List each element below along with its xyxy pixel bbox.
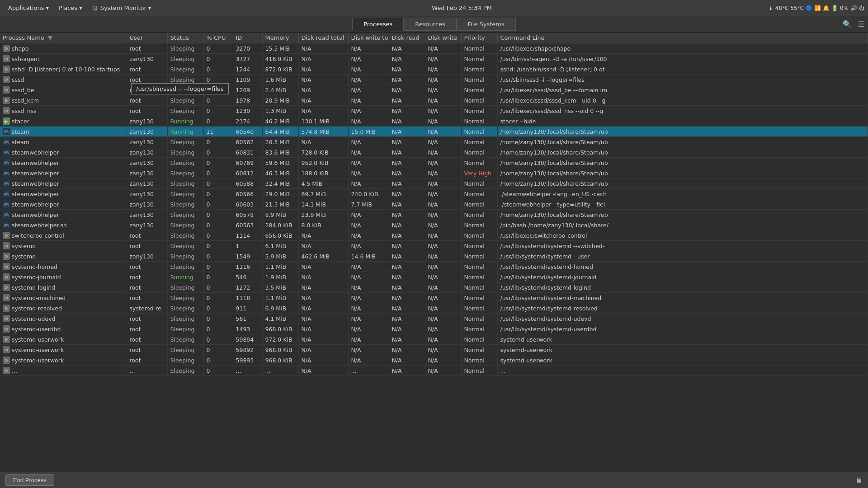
- table-row[interactable]: ⚙ systemd-userwork root Sleeping 0 59892…: [0, 345, 868, 355]
- process-scroll[interactable]: Process Name ▼ User Status % CPU ID Memo…: [0, 33, 868, 455]
- table-row[interactable]: ⚙ switcheroo-control root Sleeping 0 111…: [0, 230, 868, 241]
- tab-filesystems[interactable]: File Systems: [457, 18, 516, 31]
- table-row[interactable]: 🎮 steamwebhelper zany130 Sleeping 0 6057…: [0, 210, 868, 220]
- search-icon[interactable]: 🔍: [843, 20, 852, 28]
- table-row[interactable]: ⚙ systemd-journald root Running 0 546 1.…: [0, 272, 868, 282]
- table-row[interactable]: ⚙ systemd zany130 Sleeping 0 1549 5.9 Mi…: [0, 251, 868, 262]
- cell-disk-write-to: N/A: [348, 282, 389, 293]
- col-header-disk-write[interactable]: Disk write: [425, 33, 461, 43]
- table-row[interactable]: ⚙ systemd-homed root Sleeping 0 1116 1.1…: [0, 262, 868, 272]
- cell-disk-write-to: N/A: [348, 116, 389, 127]
- cell-priority: Normal: [461, 116, 497, 127]
- system-monitor-menu[interactable]: 🖥 System Monitor ▾: [88, 3, 156, 14]
- cell-cpu: 0: [203, 366, 233, 376]
- cell-status: Sleeping: [167, 95, 203, 106]
- col-header-disk-read-total[interactable]: Disk read total: [298, 33, 348, 43]
- cell-disk-read-total: N/A: [298, 324, 348, 334]
- table-row[interactable]: ⚙ shapo root Sleeping 0 3270 15.5 MiB N/…: [0, 43, 868, 54]
- process-icon: ⚙: [3, 55, 10, 62]
- table-row[interactable]: ⚙ systemd-userwork root Sleeping 0 59893…: [0, 355, 868, 366]
- table-row[interactable]: ⚙ sssd root Sleeping 0 1109 1.6 MiB N/A …: [0, 75, 868, 85]
- tab-bar: Processes Processes Resources File Syste…: [0, 16, 868, 33]
- col-header-cpu[interactable]: % CPU: [203, 33, 233, 43]
- cell-disk-read-total: N/A: [298, 85, 348, 95]
- table-row[interactable]: 🎮 steam zany130 Running 11 60540 64.4 Mi…: [0, 127, 868, 137]
- applications-menu[interactable]: Applications ▾: [4, 3, 53, 13]
- process-icon: ⚙: [3, 66, 10, 73]
- table-row[interactable]: 🎮 steamwebhelper zany130 Sleeping 0 6058…: [0, 178, 868, 189]
- table-row[interactable]: ⚙ ... ... Sleeping 0 ... ... N/A ... N/A…: [0, 366, 868, 376]
- cell-memory: 872.0 KiB: [262, 64, 298, 75]
- menu-icon[interactable]: ☰: [858, 20, 864, 28]
- col-header-priority[interactable]: Priority: [461, 33, 497, 43]
- tab-resources[interactable]: Resources: [404, 18, 456, 31]
- cell-id: 1549: [233, 251, 262, 262]
- cell-user: ...: [127, 366, 167, 376]
- col-header-memory[interactable]: Memory: [262, 33, 298, 43]
- table-row[interactable]: ⚙ systemd-userwork root Sleeping 0 59894…: [0, 334, 868, 345]
- cell-cpu: 0: [203, 137, 233, 147]
- cell-disk-write: N/A: [425, 293, 461, 303]
- table-row[interactable]: ⚙ systemd root Sleeping 0 1 6.1 MiB N/A …: [0, 241, 868, 251]
- cell-user: root: [127, 106, 167, 116]
- places-menu[interactable]: Places ▾: [54, 3, 87, 13]
- cell-disk-write: N/A: [425, 241, 461, 251]
- cell-disk-read: N/A: [389, 230, 425, 241]
- cell-disk-write: N/A: [425, 137, 461, 147]
- cell-disk-read-total: 188.0 KiB: [298, 168, 348, 178]
- cell-user: root: [127, 230, 167, 241]
- table-row[interactable]: ⚙ systemd-resolved systemd-re Sleeping 0…: [0, 303, 868, 314]
- cell-disk-read: N/A: [389, 95, 425, 106]
- table-row[interactable]: ⚙ sshd -D [listener] 0 of 10-100 startup…: [0, 64, 868, 75]
- cell-disk-write-to: N/A: [348, 64, 389, 75]
- cell-user: zany130: [127, 168, 167, 178]
- table-row[interactable]: 🎮 steamwebhelper zany130 Sleeping 0 6060…: [0, 199, 868, 210]
- process-icon: ⚙: [3, 284, 10, 291]
- cell-disk-write-to: N/A: [348, 303, 389, 314]
- col-header-status[interactable]: Status: [167, 33, 203, 43]
- cell-priority: Normal: [461, 324, 497, 334]
- cell-disk-read: N/A: [389, 116, 425, 127]
- table-row[interactable]: ⚙ systemd-udevd root Sleeping 0 561 4.1 …: [0, 314, 868, 324]
- temp1-display: 48°C: [775, 5, 789, 11]
- cell-disk-write: N/A: [425, 303, 461, 314]
- cell-user: root: [127, 64, 167, 75]
- table-row[interactable]: 🎮 steamwebhelper zany130 Sleeping 0 6056…: [0, 189, 868, 199]
- col-header-disk-read[interactable]: Disk read: [389, 33, 425, 43]
- table-row[interactable]: ⚙ sssd_be root Sleeping 0 1209 2.4 MiB N…: [0, 85, 868, 95]
- process-name-text: sssd: [12, 76, 24, 83]
- end-process-button[interactable]: End Process: [5, 474, 54, 486]
- table-row[interactable]: ⚙ systemd-logind root Sleeping 0 1272 3.…: [0, 282, 868, 293]
- cell-name: ⚙ systemd-userwork: [0, 345, 127, 355]
- cell-status: Sleeping: [167, 251, 203, 262]
- cell-memory: 968.0 KiB: [262, 345, 298, 355]
- cell-status: Sleeping: [167, 64, 203, 75]
- col-header-user[interactable]: User: [127, 33, 167, 43]
- cell-disk-read: N/A: [389, 54, 425, 64]
- table-row[interactable]: ⚙ sssd_nss root Sleeping 0 1230 1.3 MiB …: [0, 106, 868, 116]
- table-row[interactable]: ⚙ sssd_kcm root Sleeping 0 1978 20.9 MiB…: [0, 95, 868, 106]
- col-header-id[interactable]: ID: [233, 33, 262, 43]
- cell-disk-write: N/A: [425, 230, 461, 241]
- cell-memory: 64.4 MiB: [262, 127, 298, 137]
- table-row[interactable]: ⚙ systemd-machined root Sleeping 0 1118 …: [0, 293, 868, 303]
- cell-name: ⚙ sssd_kcm: [0, 95, 127, 106]
- table-row[interactable]: ⚙ systemd-userdbd root Sleeping 0 1493 9…: [0, 324, 868, 334]
- cell-memory: 46.2 MiB: [262, 116, 298, 127]
- cell-disk-write-to: N/A: [348, 95, 389, 106]
- tab-processes[interactable]: Processes: [352, 18, 404, 31]
- col-header-disk-write-to[interactable]: Disk write to: [348, 33, 389, 43]
- table-row[interactable]: ⚙ ssh-agent zany130 Sleeping 0 3727 416.…: [0, 54, 868, 64]
- col-header-name[interactable]: Process Name ▼: [0, 33, 127, 43]
- table-row[interactable]: 🎮 steam zany130 Sleeping 0 60562 20.5 Mi…: [0, 137, 868, 147]
- table-row[interactable]: 🎮 steamwebhelper zany130 Sleeping 0 6083…: [0, 147, 868, 158]
- cell-cmdline: /usr/libexec/sssd/sssd_kcm --uid 0 --g: [497, 95, 868, 106]
- table-row[interactable]: 🎮 steamwebhelper zany130 Sleeping 0 6076…: [0, 158, 868, 168]
- cell-name: ⚙ systemd: [0, 251, 127, 262]
- table-row[interactable]: ▶ stacer zany130 Running 0 2174 46.2 MiB…: [0, 116, 868, 127]
- cell-disk-read-total: 728.0 KiB: [298, 147, 348, 158]
- col-header-cmdline[interactable]: Command Line: [497, 33, 868, 43]
- table-row[interactable]: 🎮 steamwebhelper zany130 Sleeping 0 6081…: [0, 168, 868, 178]
- table-row[interactable]: 🎮 steamwebhelper.sh zany130 Sleeping 0 6…: [0, 220, 868, 230]
- cell-user: zany130: [127, 210, 167, 220]
